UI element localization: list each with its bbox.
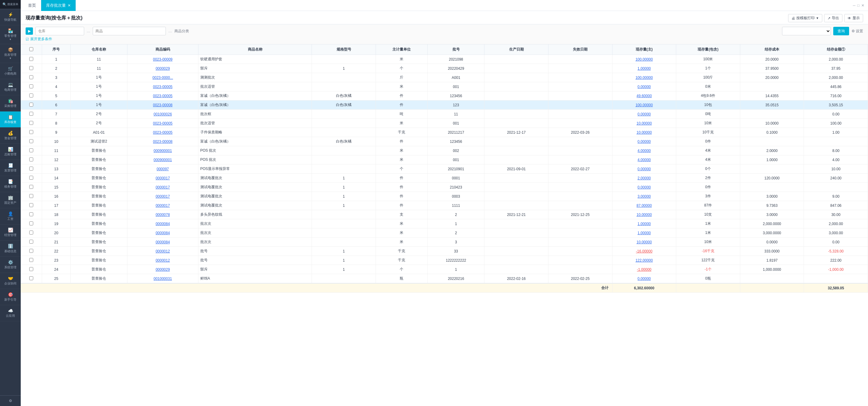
sidebar-item-ecom-small[interactable]: 🛒 小鹅电商 [0,63,21,79]
minimize-icon[interactable]: ─ [853,3,856,8]
settings-filter[interactable]: ⚙ 设置 [851,29,863,34]
row-qty[interactable]: -1.00000 [612,265,676,274]
row-checkbox[interactable] [29,148,33,152]
row-check[interactable] [21,137,42,146]
row-check[interactable] [21,82,42,91]
row-checkbox[interactable] [29,203,33,207]
row-checkbox[interactable] [29,231,33,235]
show-button[interactable]: 👁 显示 [844,14,863,22]
sidebar-item-cloud[interactable]: ☁️ 云应用 [0,305,21,321]
sidebar-item-general[interactable]: 📊 总账管理 [0,144,21,160]
row-qty[interactable]: 100.00000 [612,55,676,64]
row-qty[interactable]: 10.00000 [612,210,676,219]
row-check[interactable] [21,265,42,274]
row-checkbox[interactable] [29,57,33,61]
sidebar-item-collab[interactable]: 🤝 企业协同 [0,273,21,289]
sidebar-item-ecom[interactable]: 💻 电商管理 [0,79,21,95]
row-check[interactable] [21,238,42,247]
row-check[interactable] [21,210,42,219]
row-checkbox[interactable] [29,121,33,125]
row-code[interactable]: 0023-0000... [127,73,198,82]
row-qty[interactable]: 49.60000 [612,91,676,101]
row-check[interactable] [21,119,42,128]
row-check[interactable] [21,128,42,137]
row-code[interactable]: 0000029 [127,265,198,274]
row-check[interactable] [21,229,42,238]
row-checkbox[interactable] [29,212,33,216]
sidebar-item-mgmt[interactable]: 📈 经营管理 [0,225,21,241]
row-check[interactable] [21,64,42,73]
sidebar-item-fixed[interactable]: 🏢 固定资产 [0,192,21,208]
row-checkbox[interactable] [29,112,33,116]
row-check[interactable] [21,256,42,265]
sidebar-item-purchase[interactable]: 🛍️ 采购管理 [0,95,21,111]
row-code[interactable]: 000900001 [127,155,198,165]
row-code[interactable]: 000900001 [127,146,198,155]
row-code[interactable]: 0000017 [127,201,198,210]
row-checkbox[interactable] [29,66,33,70]
row-checkbox[interactable] [29,139,33,143]
row-check[interactable] [21,55,42,64]
row-checkbox[interactable] [29,194,33,198]
row-qty[interactable]: 10.00000 [612,238,676,247]
row-code[interactable]: 0000029 [127,64,198,73]
row-checkbox[interactable] [29,84,33,88]
row-code[interactable]: 0000084 [127,229,198,238]
sidebar-item-basic[interactable]: ℹ️ 基础信息 [0,241,21,257]
row-qty[interactable]: 10.00000 [612,128,676,137]
row-check[interactable] [21,201,42,210]
print-button[interactable]: 🖨 按模板打印 ▼ [788,14,822,22]
category-select[interactable] [782,27,831,35]
col-check[interactable] [21,44,42,55]
row-qty[interactable]: -16.00000 [612,247,676,256]
row-code[interactable]: 000097 [127,165,198,174]
row-qty[interactable]: 1.00000 [612,219,676,229]
query-button[interactable]: 查询 [833,27,849,35]
row-checkbox[interactable] [29,167,33,171]
row-checkbox[interactable] [29,94,33,98]
row-qty[interactable]: 0.00000 [612,137,676,146]
row-code[interactable]: 0023-00005 [127,91,198,101]
sidebar-item-invoice[interactable]: 🧾 发票管理 [0,160,21,176]
maximize-icon[interactable]: □ [857,3,860,8]
sidebar-item-nav[interactable]: ⚡ 快捷导航 [0,9,21,25]
select-all-checkbox[interactable] [29,47,33,51]
row-qty[interactable]: 4.00000 [612,155,676,165]
row-check[interactable] [21,146,42,155]
row-code[interactable]: 0000017 [127,174,198,183]
row-code[interactable]: 0023-00005 [127,119,198,128]
row-check[interactable] [21,110,42,119]
row-qty[interactable]: 2.00000 [612,174,676,183]
row-qty[interactable]: 1.00000 [612,64,676,73]
row-checkbox[interactable] [29,185,33,189]
row-checkbox[interactable] [29,258,33,262]
row-checkbox[interactable] [29,176,33,180]
row-check[interactable] [21,192,42,201]
sidebar-item-system[interactable]: ⚙️ 系统管理 [0,257,21,273]
row-qty[interactable]: 100.00000 [612,101,676,110]
close-window-icon[interactable]: ✕ [861,3,864,8]
tab-inventory-batch[interactable]: 库存批次量 ✕ [41,0,76,11]
row-check[interactable] [21,155,42,165]
row-qty[interactable]: 0.00000 [612,183,676,192]
row-code[interactable]: 0023-00005 [127,128,198,137]
row-code[interactable]: 0000078 [127,210,198,219]
row-qty[interactable]: 0.00000 [612,110,676,119]
row-qty[interactable]: 4.00000 [612,146,676,155]
tab-close-icon[interactable]: ✕ [68,3,71,8]
row-qty[interactable]: 122.00000 [612,256,676,265]
row-check[interactable] [21,174,42,183]
row-code[interactable]: 001000026 [127,110,198,119]
row-qty[interactable]: 0.00000 [612,82,676,91]
tab-home[interactable]: 首页 [23,0,41,11]
row-qty[interactable]: 0.00000 [612,274,676,283]
row-checkbox[interactable] [29,276,33,280]
row-check[interactable] [21,274,42,283]
sidebar-item-retail[interactable]: 🏪 零售管理 ▼ [0,25,21,44]
row-checkbox[interactable] [29,222,33,225]
row-checkbox[interactable] [29,158,33,162]
row-qty[interactable]: 1.00000 [612,229,676,238]
row-qty[interactable]: 87.00000 [612,201,676,210]
table-container[interactable]: 序号 仓库名称 商品编码 商品名称 规格型号 主计量单位 批号 生产日期 失效日… [21,44,868,406]
sidebar-item-hr[interactable]: 👤 工资 [0,208,21,225]
